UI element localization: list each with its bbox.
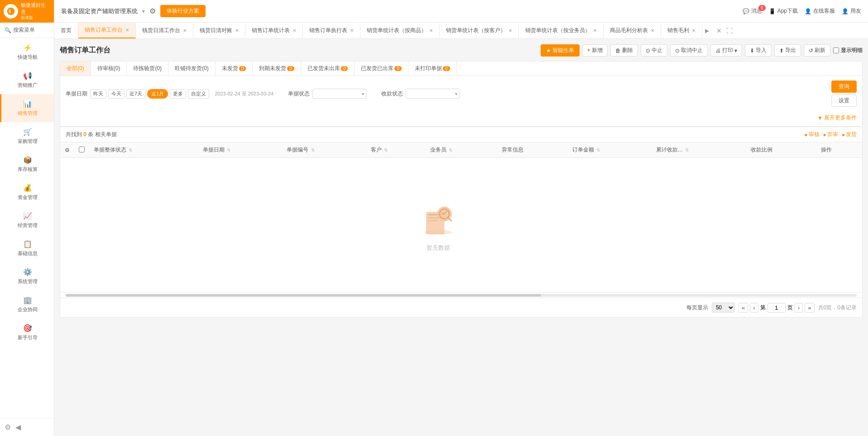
tab-sales-product[interactable]: 销货单统计表（按商品） ✕ [360, 23, 440, 38]
tab-sales-stats[interactable]: 销售订单统计表 ✕ [245, 23, 303, 38]
date-yesterday[interactable]: 昨天 [90, 89, 106, 99]
th-settings[interactable]: ⚙ [60, 142, 74, 158]
app-logo: 6 畅捷通好生意 标准版 [0, 0, 54, 23]
subtab-unshipped[interactable]: 未发货0 [216, 62, 253, 76]
page-last-button[interactable]: » [805, 303, 814, 313]
tab-margin[interactable]: 商品毛利分析表 ✕ [604, 23, 661, 38]
tab-close-icon-2[interactable]: ✕ [183, 28, 187, 33]
app-download-button[interactable]: 📱 App下载 [769, 7, 798, 15]
sidebar-collapse-icon[interactable]: ◀ [15, 423, 21, 431]
print-button[interactable]: 🖨 打印 ▾ [710, 44, 742, 57]
page-next-button[interactable]: › [795, 303, 803, 313]
sort-customer-icon[interactable]: ⇅ [384, 147, 388, 152]
date-7days[interactable]: 近7天 [126, 89, 145, 99]
operation-label: 经营管理 [18, 222, 38, 229]
subtab-shipped-unstocked[interactable]: 已发货未出库0 [301, 62, 355, 76]
sidebar-item-marketing[interactable]: 📢 营销推广 [0, 66, 54, 94]
date-today[interactable]: 今天 [108, 89, 125, 99]
sidebar-item-basic[interactable]: 📋 基础信息 [0, 234, 54, 262]
select-all-checkbox[interactable] [79, 147, 85, 152]
online-service-button[interactable]: 👤 在线客服 [805, 7, 835, 15]
sidebar-item-company[interactable]: 🏢 企业协同 [0, 290, 54, 318]
tab-home[interactable]: 首页 [54, 23, 78, 38]
tab-close-icon-7[interactable]: ✕ [508, 28, 512, 33]
sort-status-icon[interactable]: ⇅ [129, 147, 132, 152]
th-checkbox[interactable] [74, 142, 89, 158]
sidebar-item-quick[interactable]: ⚡ 快捷导航 [0, 38, 54, 66]
tab-sales-staff[interactable]: 销货单统计表（按业务员） ✕ [519, 23, 604, 38]
sidebar-item-operation[interactable]: 📈 经营管理 [0, 206, 54, 234]
sidebar-item-purchase[interactable]: 🛒 采购管理 [0, 122, 54, 150]
tabbar-more-button[interactable]: ▶ [702, 24, 712, 38]
tab-close-icon-8[interactable]: ✕ [593, 28, 597, 33]
tab-sales-customer[interactable]: 销货单统计表（按客户） ✕ [440, 23, 519, 38]
message-button[interactable]: 💬 消息 6 [743, 7, 762, 15]
tab-close-icon-6[interactable]: ✕ [429, 28, 433, 33]
tabbar-fullscreen-icon[interactable]: ⛶ [724, 26, 734, 35]
sidebar-item-inventory[interactable]: 📦 库存核算 [0, 150, 54, 178]
ship-button[interactable]: ● 发货 [842, 131, 857, 138]
sidebar-settings-icon[interactable]: ⚙ [5, 423, 11, 431]
topbar-arrow-icon[interactable]: ▾ [142, 8, 145, 14]
date-custom[interactable]: 自定义 [188, 89, 209, 99]
subtab-all[interactable]: 全部(0) [60, 62, 91, 76]
sidebar-item-sales[interactable]: 📊 销售管理 [0, 94, 54, 122]
tabbar-close-all-icon[interactable]: ✕ [715, 26, 724, 35]
sidebar-item-guide[interactable]: 🎯 新手引导 [0, 318, 54, 346]
set-button[interactable]: 设置 [831, 95, 857, 107]
page-prev-button[interactable]: ‹ [750, 303, 758, 313]
date-more[interactable]: 更多 [170, 89, 186, 99]
basic-label: 基础信息 [18, 250, 38, 257]
tab-close-icon-3[interactable]: ✕ [235, 28, 239, 33]
refresh-button[interactable]: ↺ 刷新 [804, 44, 830, 57]
revoke-button[interactable]: ● 弃审 [823, 131, 838, 138]
delete-button[interactable]: 🗑 删除 [610, 44, 638, 57]
query-button[interactable]: 查询 [831, 81, 857, 93]
sidebar-item-system[interactable]: ⚙️ 系统管理 [0, 262, 54, 290]
show-detail-label[interactable]: 显示明细 [833, 47, 863, 54]
tab-cash-daily[interactable]: 钱货日清工作台 ✕ [136, 23, 193, 38]
subtab-shipped-stocked[interactable]: 已发货已出库0 [355, 62, 408, 76]
horizontal-scrollbar[interactable] [60, 292, 862, 298]
stop-button[interactable]: ⊙ 中止 [641, 44, 667, 57]
status-select[interactable] [312, 89, 367, 99]
tab-close-icon[interactable]: ✕ [125, 28, 129, 33]
sidebar-item-search[interactable]: 🔍 搜索菜单 [0, 23, 54, 38]
date-1month[interactable]: 近1月 [147, 89, 168, 99]
tab-close-icon-4[interactable]: ✕ [293, 28, 296, 33]
subtab-pending-pick[interactable]: 待拣验货(0) [127, 62, 168, 76]
review-button[interactable]: ● 审核 [804, 131, 819, 138]
smart-create-button[interactable]: ★ 智能生单 [541, 44, 580, 57]
cancel-stop-button[interactable]: ⊙ 取消中止 [670, 44, 708, 57]
tab-sales-exec[interactable]: 销售订单执行表 ✕ [303, 23, 360, 38]
expand-button[interactable]: ▼ 展开更多条件 [817, 114, 857, 122]
import-button[interactable]: ⬇ 导入 [745, 44, 772, 57]
tab-sales-profit[interactable]: 销售毛利 ✕ [661, 23, 702, 38]
export-button[interactable]: ⬆ 导出 [774, 44, 801, 57]
page-size-select[interactable]: 50 100 200 [712, 303, 735, 313]
tab-close-icon-10[interactable]: ✕ [692, 28, 695, 33]
sort-number-icon[interactable]: ⇅ [311, 147, 315, 152]
tab-sales-workbench[interactable]: 销售订单工作台 ✕ [78, 23, 136, 38]
payment-select[interactable] [406, 89, 460, 99]
subtab-overdue-unshipped[interactable]: 到期未发货0 [253, 62, 301, 76]
page-number-input[interactable] [767, 303, 786, 313]
tab-close-icon-5[interactable]: ✕ [350, 28, 354, 33]
tab-close-icon-9[interactable]: ✕ [651, 28, 654, 33]
show-detail-checkbox[interactable] [833, 47, 839, 53]
sidebar-item-finance[interactable]: 💰 资金管理 [0, 178, 54, 206]
subtab-shop-ship[interactable]: 旺铺待发货(0) [168, 62, 216, 76]
subtab-unprinted[interactable]: 未打印单据0 [408, 62, 457, 76]
subtab-pending-review[interactable]: 待审核(0) [91, 62, 127, 76]
topbar-settings-icon[interactable]: ⚙ [149, 7, 156, 15]
user-menu-button[interactable]: 👤 用友 [842, 7, 861, 15]
sort-date-icon[interactable]: ⇅ [227, 147, 230, 152]
sort-collected-icon[interactable]: ⇅ [685, 147, 689, 152]
scrollbar-thumb[interactable] [66, 294, 541, 297]
industry-plan-button[interactable]: 体验行业方案 [160, 5, 206, 17]
page-first-button[interactable]: « [739, 303, 748, 313]
tab-reconcile[interactable]: 钱货日清对账 ✕ [193, 23, 245, 38]
sort-amount-icon[interactable]: ⇅ [596, 147, 600, 152]
sort-staff-icon[interactable]: ⇅ [449, 147, 452, 152]
add-button[interactable]: + 新增 [582, 44, 608, 57]
